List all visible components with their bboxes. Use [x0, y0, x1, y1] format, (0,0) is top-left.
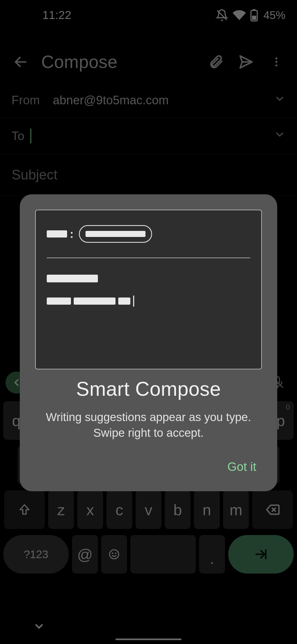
modal-illustration: : — [35, 210, 262, 369]
modal-title: Smart Compose — [35, 378, 262, 400]
got-it-button[interactable]: Got it — [227, 460, 256, 474]
smart-compose-modal: : Smart Compose Writing suggestions appe… — [20, 194, 277, 491]
modal-description: Writing suggestions appear as you type. … — [35, 410, 262, 441]
